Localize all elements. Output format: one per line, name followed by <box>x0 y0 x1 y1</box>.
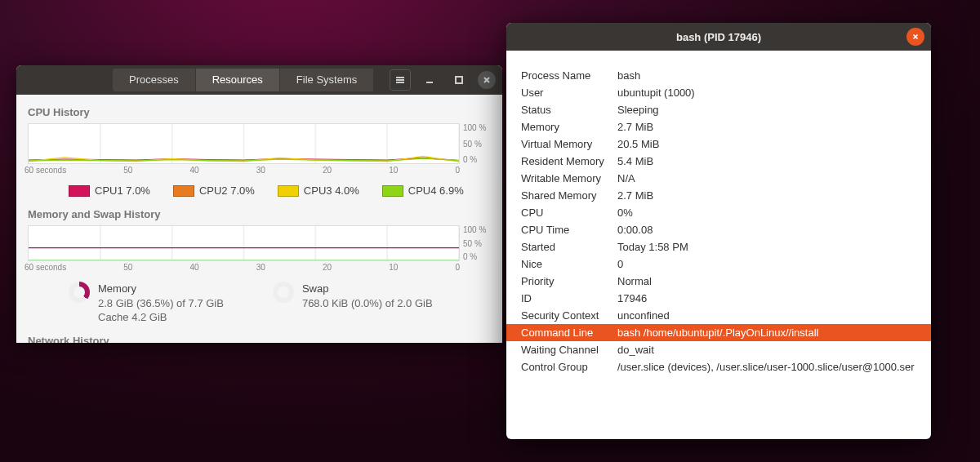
property-row[interactable]: Nice0 <box>521 255 923 273</box>
property-value: Normal <box>617 275 923 287</box>
detail-window-title: bash (PID 17946) <box>676 31 761 43</box>
property-row[interactable]: CPU0% <box>521 204 923 221</box>
property-key: CPU Time <box>521 224 617 236</box>
property-value: /user.slice (devices), /user.slice/user-… <box>617 361 923 373</box>
legend-label: CPU3 4.0% <box>304 184 359 197</box>
xtick: 10 <box>389 166 398 175</box>
tab-processes[interactable]: Processes <box>113 69 196 91</box>
property-value: 2.7 MiB <box>617 121 923 133</box>
property-row[interactable]: StartedToday 1:58 PM <box>521 238 923 255</box>
xtick: 30 <box>256 263 265 272</box>
property-row[interactable]: PriorityNormal <box>521 273 923 290</box>
memswap-chart <box>28 225 460 261</box>
property-row[interactable]: Control Group/user.slice (devices), /use… <box>521 358 923 375</box>
property-row[interactable]: Security Contextunconfined <box>521 307 923 324</box>
memswap-info: Memory 2.8 GiB (36.5%) of 7.7 GiB Cache … <box>28 277 491 331</box>
legend-item: CPU4 6.9% <box>382 184 464 197</box>
xtick: 20 <box>323 263 332 272</box>
xtick: 60 seconds <box>24 166 66 175</box>
property-key: Resident Memory <box>521 155 617 167</box>
property-value: do_wait <box>617 344 923 356</box>
property-key: Control Group <box>521 361 617 373</box>
detail-titlebar: bash (PID 17946) <box>506 23 931 51</box>
xtick: 60 seconds <box>24 263 66 272</box>
legend-item: CPU3 4.0% <box>278 184 359 197</box>
property-value: 5.4 MiB <box>617 155 923 167</box>
property-value: 0:00.08 <box>617 224 923 236</box>
property-row[interactable]: Shared Memory2.7 MiB <box>521 187 923 204</box>
memory-usage-text: 2.8 GiB (36.5%) of 7.7 GiB <box>98 296 224 311</box>
swap-usage-text: 768.0 KiB (0.0%) of 2.0 GiB <box>302 296 433 311</box>
close-icon[interactable] <box>906 28 924 46</box>
legend-item: CPU1 7.0% <box>69 184 150 197</box>
minimize-icon[interactable] <box>419 69 440 91</box>
property-value: Today 1:58 PM <box>617 241 923 253</box>
xtick: 50 <box>123 166 132 175</box>
property-key: CPU <box>521 207 617 219</box>
memswap-title: Memory and Swap History <box>28 208 491 220</box>
legend-label: CPU1 7.0% <box>95 184 150 197</box>
window-body: CPU History 100 % 50 % 0 % 60 seconds504… <box>16 95 502 343</box>
memswap-xaxis: 60 seconds50403020100 <box>28 261 491 277</box>
legend-swatch <box>173 185 194 197</box>
tab-filesystems[interactable]: File Systems <box>280 69 374 91</box>
property-value: 17946 <box>617 292 923 304</box>
property-value: 0% <box>617 207 923 219</box>
ytick: 100 % <box>463 225 491 234</box>
property-key: Priority <box>521 275 617 287</box>
legend-item: CPU2 7.0% <box>173 184 255 197</box>
svg-rect-0 <box>456 77 462 83</box>
ytick: 100 % <box>463 123 491 132</box>
memory-donut-icon <box>69 282 90 303</box>
property-key: Shared Memory <box>521 189 617 202</box>
xtick: 20 <box>323 166 332 175</box>
property-key: Process Name <box>521 69 617 82</box>
property-value: unconfined <box>617 309 923 322</box>
cpu-history-title: CPU History <box>28 106 491 118</box>
property-row[interactable]: Writable MemoryN/A <box>521 170 923 187</box>
cpu-legend: CPU1 7.0%CPU2 7.0%CPU3 4.0%CPU4 6.9% <box>28 180 491 205</box>
xtick: 0 <box>455 263 460 272</box>
maximize-icon[interactable] <box>448 69 470 91</box>
property-value: bash <box>617 69 923 82</box>
view-tab-group: Processes Resources File Systems <box>113 69 374 91</box>
legend-label: CPU4 6.9% <box>408 184 464 197</box>
property-value: bash /home/ubuntupit/.PlayOnLinux//insta… <box>617 327 923 339</box>
property-key: Started <box>521 241 617 253</box>
cpu-history-chart <box>28 123 460 164</box>
close-icon[interactable] <box>478 71 496 89</box>
tab-resources[interactable]: Resources <box>196 69 280 91</box>
property-row[interactable]: Waiting Channeldo_wait <box>521 341 923 358</box>
xtick: 40 <box>190 263 199 272</box>
detail-body: Process NamebashUserubuntupit (1000)Stat… <box>506 51 931 384</box>
titlebar: Processes Resources File Systems <box>16 65 502 95</box>
network-history-title: Network History <box>28 335 491 343</box>
hamburger-menu-icon[interactable] <box>390 69 411 91</box>
cpu-xaxis: 60 seconds50403020100 <box>28 164 491 180</box>
property-row[interactable]: Resident Memory5.4 MiB <box>521 153 923 170</box>
property-row[interactable]: Command Linebash /home/ubuntupit/.PlayOn… <box>506 324 931 341</box>
property-row[interactable]: Process Namebash <box>521 67 923 84</box>
swap-donut-icon <box>273 282 294 303</box>
property-row[interactable]: Memory2.7 MiB <box>521 118 923 135</box>
legend-label: CPU2 7.0% <box>199 184 255 197</box>
property-row[interactable]: Virtual Memory20.5 MiB <box>521 135 923 153</box>
memory-heading: Memory <box>98 282 224 296</box>
process-details-window: bash (PID 17946) Process NamebashUserubu… <box>506 23 931 439</box>
property-key: ID <box>521 292 617 304</box>
property-row[interactable]: Userubuntupit (1000) <box>521 84 923 101</box>
property-row[interactable]: StatusSleeping <box>521 101 923 118</box>
property-key: Virtual Memory <box>521 138 617 150</box>
xtick: 0 <box>455 166 460 175</box>
property-key: Command Line <box>521 327 617 339</box>
memswap-yticks: 100 % 50 % 0 % <box>460 225 491 261</box>
legend-swatch <box>69 185 90 197</box>
property-key: Waiting Channel <box>521 344 617 356</box>
memory-cache-text: Cache 4.2 GiB <box>98 310 224 325</box>
xtick: 10 <box>389 263 398 272</box>
property-value: Sleeping <box>617 104 923 116</box>
property-row[interactable]: ID17946 <box>521 290 923 307</box>
cpu-yticks: 100 % 50 % 0 % <box>460 123 491 164</box>
property-value: ubuntupit (1000) <box>617 87 923 99</box>
property-row[interactable]: CPU Time0:00.08 <box>521 221 923 238</box>
